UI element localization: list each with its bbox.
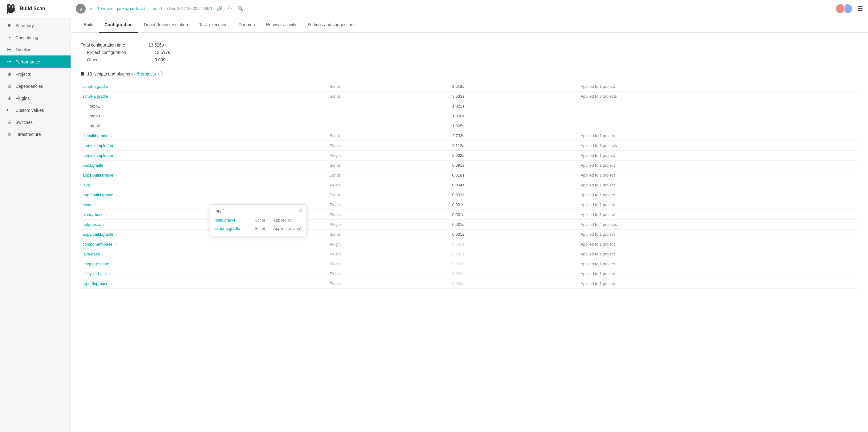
sidebar-item-dependencies[interactable]: ⊙ Dependencies <box>0 80 70 92</box>
table-row: lifecycle-base › Plugin 0.000s Applied t… <box>81 269 858 279</box>
expand-arrow[interactable]: › <box>106 164 107 167</box>
tooltip-entry-type: Script <box>255 218 273 222</box>
script-type: Plugin <box>323 200 446 210</box>
link-icon[interactable]: 🔗 <box>217 5 223 11</box>
script-name[interactable]: lib/build.gradle › <box>81 131 323 141</box>
expand-arrow[interactable]: › <box>109 272 110 276</box>
sidebar-item-label: Projects <box>16 72 31 77</box>
script-name[interactable]: app2/build.gradle › <box>81 190 323 200</box>
tooltip-entry-name[interactable]: build.gradle <box>215 218 255 222</box>
table-row: app1/build.gradle › Script 0.018s Applie… <box>81 171 858 180</box>
sidebar-item-switches[interactable]: ⊟ Switches <box>0 116 70 128</box>
table-row: language-base › Plugin 0.000s Applied to… <box>81 259 858 269</box>
table-row: :app2 1.005s <box>81 121 858 131</box>
script-name[interactable]: java-base › <box>81 249 323 259</box>
topbar: Build Scan g ✓ 19-investigate-what-has-t… <box>0 0 868 17</box>
tab-task-execution[interactable]: Task execution <box>193 17 233 33</box>
script-name[interactable]: language-base › <box>81 259 323 269</box>
expand-arrow[interactable]: › <box>116 154 117 157</box>
content-area: Total configuration time 13.526s Project… <box>71 33 868 297</box>
sidebar-item-summary[interactable]: ≡ Summary <box>0 20 70 31</box>
tab-settings-suggestions[interactable]: Settings and suggestions <box>302 17 361 33</box>
sidebar-item-performance[interactable]: 〜 Performance <box>0 56 70 68</box>
sidebar-item-label: Dependencies <box>16 84 43 89</box>
table-row: base › Plugin 0.001s Applied to 1 projec… <box>81 200 858 210</box>
expand-arrow[interactable]: › <box>116 174 117 177</box>
config-time-section: Total configuration time 13.526s Project… <box>81 41 858 63</box>
expand-arrow[interactable]: › <box>111 282 112 286</box>
expand-arrow[interactable]: › <box>112 262 113 266</box>
script-type: Plugin <box>323 141 446 151</box>
expand-arrow[interactable]: › <box>110 85 112 88</box>
script-time: 0.002s <box>446 190 575 200</box>
expand-arrow[interactable]: › <box>116 233 117 236</box>
script-time: 3.033s <box>446 92 575 101</box>
sidebar-item-projects[interactable]: ⊕ Projects <box>0 68 70 80</box>
script-name[interactable]: reporting-base › <box>81 279 323 289</box>
script-name[interactable]: build.gradle › <box>81 160 323 171</box>
expand-arrow[interactable]: › <box>116 144 117 148</box>
tooltip-entry-applied: Applied to :app1 <box>273 226 302 231</box>
close-icon[interactable]: ✕ <box>298 208 302 214</box>
expand-arrow[interactable]: › <box>106 213 107 217</box>
script-type: Script <box>323 82 446 92</box>
sidebar-item-plugins[interactable]: ⊞ Plugins <box>0 92 70 104</box>
script-name[interactable]: lifecycle-base › <box>81 269 323 279</box>
expand-arrow[interactable]: › <box>115 243 116 246</box>
tab-network-activity[interactable]: Network activity <box>260 17 302 33</box>
script-applied: Applied to 1 project <box>575 259 858 269</box>
help-icon[interactable]: ? <box>158 71 163 76</box>
table-row: lib/build.gradle › Script 2.733s Applied… <box>81 131 858 141</box>
script-name[interactable]: component-base › <box>81 239 323 249</box>
expand-arrow[interactable]: › <box>94 203 95 207</box>
sidebar-item-label: Infrastructure <box>16 132 41 137</box>
script-type: Script <box>323 92 446 101</box>
projects-count-link[interactable]: 5 projects <box>137 71 156 76</box>
subrow-type <box>323 121 446 131</box>
script-name[interactable]: java › <box>81 180 323 190</box>
script-applied: Applied to 3 projects <box>575 92 858 101</box>
script-applied: Applied to 1 project <box>575 160 858 171</box>
other-config-time-row: Other 0.009s <box>81 56 858 63</box>
expand-arrow[interactable]: › <box>111 134 112 138</box>
script-time: 0.000s <box>446 279 575 289</box>
expand-arrow[interactable]: › <box>102 252 103 256</box>
tab-daemon[interactable]: Daemon <box>233 17 260 33</box>
history-icon[interactable]: ⏱ <box>228 6 232 11</box>
summary-icon: ≡ <box>6 23 12 28</box>
topbar-center: g ✓ 19-investigate-what-has-t... build 5… <box>76 4 835 13</box>
sidebar-item-console-log[interactable]: ⊡ Console log <box>0 31 70 43</box>
tab-build[interactable]: Build <box>78 17 99 33</box>
svg-point-6 <box>12 6 13 7</box>
script-name[interactable]: app1/build.gradle › <box>81 171 323 180</box>
tab-dependency-resolution[interactable]: Dependency resolution <box>138 17 193 33</box>
sidebar-item-custom-values[interactable]: ≔ Custom values <box>0 104 70 116</box>
tooltip-row: script-a.gradle Script Applied to :app1 <box>210 224 307 233</box>
expand-arrow[interactable]: ⌄ <box>110 95 113 98</box>
tab-configuration[interactable]: Configuration <box>99 17 138 33</box>
tooltip-entry-name[interactable]: script-a.gradle <box>215 226 255 231</box>
script-type: Script <box>323 171 446 180</box>
subrow-name: :app1 <box>81 101 323 111</box>
tooltip-entry-applied: Applied to : <box>273 218 293 222</box>
menu-icon[interactable]: ☰ <box>858 5 863 12</box>
projects-icon: ⊕ <box>6 71 12 77</box>
build-name[interactable]: 19-investigate-what-has-t... <box>97 6 149 11</box>
console-log-icon: ⊡ <box>6 34 12 40</box>
table-row: :app1 1.022s <box>81 101 858 111</box>
search-icon[interactable]: 🔍 <box>238 5 244 11</box>
build-label[interactable]: build <box>153 6 162 11</box>
expand-arrow[interactable]: › <box>116 193 117 197</box>
script-name[interactable]: script-b.gradle › <box>81 82 323 92</box>
script-name[interactable]: com.example.bar › <box>81 151 323 160</box>
subrow-name: :app3 <box>81 111 323 121</box>
project-config-time-row: Project configuration 13.517s <box>81 49 858 56</box>
expand-arrow[interactable]: › <box>103 223 104 226</box>
script-name[interactable]: com.example.foo › <box>81 141 323 151</box>
sidebar-item-infrastructure[interactable]: ⊠ Infrastructure <box>0 128 70 140</box>
expand-arrow[interactable]: › <box>92 183 93 187</box>
script-name[interactable]: script-a.gradle ⌄ <box>81 92 323 101</box>
script-applied: Applied to 1 project <box>575 190 858 200</box>
script-type: Plugin <box>323 239 446 249</box>
sidebar-item-timeline[interactable]: ⊢ Timeline <box>0 43 70 56</box>
